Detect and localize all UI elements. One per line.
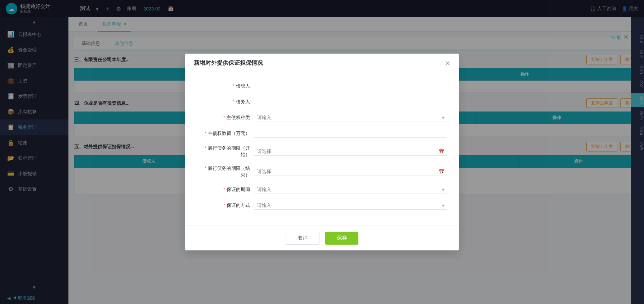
dialog-overlay: 新增对外提供保证担保情况 ✕ * 债权人 * 债务人: [0, 0, 644, 304]
chevron-down-icon-debt-type[interactable]: ▾: [439, 115, 447, 121]
input-creditor[interactable]: [254, 82, 447, 90]
input-debt-amount[interactable]: [254, 129, 447, 138]
calendar-icon-start[interactable]: 📅: [435, 149, 447, 154]
save-button[interactable]: 保存: [325, 232, 358, 245]
label-guarantee-method: * 保证的方式: [197, 202, 254, 209]
form-row-creditor: * 债权人: [197, 82, 447, 90]
label-creditor: * 债权人: [197, 83, 254, 89]
label-period-start: * 履行债务的期限（开始）: [197, 145, 254, 158]
input-debtor[interactable]: [254, 97, 447, 106]
input-period-end[interactable]: [254, 167, 435, 176]
label-period-end: * 履行债务的期限（结束）: [197, 165, 254, 178]
dialog-close-btn[interactable]: ✕: [445, 60, 450, 67]
add-guarantee-dialog: 新增对外提供保证担保情况 ✕ * 债权人 * 债务人: [185, 54, 459, 250]
input-period-start[interactable]: [254, 147, 435, 155]
select-debt-type[interactable]: ▾: [254, 113, 447, 122]
chevron-down-icon-guarantee-period[interactable]: ▾: [439, 187, 447, 192]
input-guarantee-method[interactable]: [254, 201, 439, 209]
input-guarantee-period[interactable]: [254, 185, 439, 194]
date-period-start[interactable]: 📅: [254, 147, 447, 156]
form-row-period-start: * 履行债务的期限（开始） 📅: [197, 145, 447, 158]
calendar-icon-end[interactable]: 📅: [435, 169, 447, 174]
date-period-end[interactable]: 📅: [254, 167, 447, 176]
dialog-body: * 债权人 * 债务人 * 主债权种类: [185, 73, 459, 226]
form-row-guarantee-method: * 保证的方式 ▾: [197, 201, 447, 210]
dialog-footer: 取消 保存: [185, 226, 459, 250]
form-row-guarantee-period: * 保证的期间 ▾: [197, 185, 447, 194]
cancel-button[interactable]: 取消: [286, 232, 319, 245]
form-row-period-end: * 履行债务的期限（结束） 📅: [197, 165, 447, 178]
input-debt-type[interactable]: [254, 113, 439, 122]
chevron-down-icon-guarantee-method[interactable]: ▾: [439, 203, 447, 208]
select-guarantee-period[interactable]: ▾: [254, 185, 447, 194]
label-guarantee-period: * 保证的期间: [197, 186, 254, 193]
label-debt-amount: * 主债权数额（万元）: [197, 130, 254, 137]
form-row-debt-amount: * 主债权数额（万元）: [197, 129, 447, 138]
label-debt-type: * 主债权种类: [197, 114, 254, 121]
label-debtor: * 债务人: [197, 99, 254, 105]
form-row-debtor: * 债务人: [197, 97, 447, 106]
dialog-title: 新增对外提供保证担保情况: [194, 59, 263, 67]
dialog-header: 新增对外提供保证担保情况 ✕: [185, 54, 459, 73]
select-guarantee-method[interactable]: ▾: [254, 201, 447, 210]
form-row-debt-type: * 主债权种类 ▾: [197, 113, 447, 122]
